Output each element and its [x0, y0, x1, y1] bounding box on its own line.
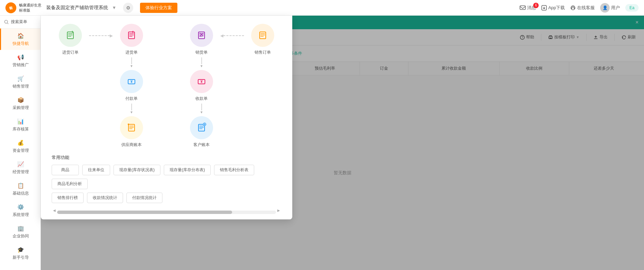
func-btn-goods[interactable]: 商品: [52, 165, 79, 175]
sidebar-item-label-beginner: 新手引导: [13, 255, 29, 260]
svg-rect-2: [520, 6, 525, 10]
flow-node-sales-order[interactable]: 销售订单: [244, 24, 281, 55]
inventory-icon: 📊: [17, 118, 24, 125]
sidebar-item-marketing[interactable]: 📢 营销推广: [0, 50, 40, 71]
app-download-button[interactable]: App下载: [541, 5, 565, 11]
arrow-down-sales: ▼: [183, 55, 220, 70]
svg-point-20: [257, 29, 269, 41]
search-menu-label: 搜索菜单: [11, 19, 27, 25]
sales-bill-label: 销货单: [195, 50, 208, 55]
user-avatar-button[interactable]: 👤 用户: [600, 3, 620, 13]
scroll-right-icon[interactable]: ▶: [276, 209, 281, 212]
supplier-account-icon: [120, 116, 143, 139]
sidebar-item-purchase[interactable]: 📦 采购管理: [0, 93, 40, 114]
logo-text: 畅康通好生意 标准版: [19, 3, 41, 13]
search-menu[interactable]: 搜索菜单: [0, 16, 40, 29]
svg-point-6: [574, 7, 575, 8]
flow-node-sales-bill[interactable]: 销货单: [183, 24, 220, 55]
sales-icon: 🛒: [17, 75, 24, 82]
sidebar-item-quick-nav[interactable]: 🏠 快捷导航: [0, 29, 40, 50]
top-header: 畅 畅康通好生意 标准版 装备及固定资产辅助管理系统 ▼ ⚙ 体验行业方案 消息…: [0, 0, 644, 16]
system-title-area: 装备及固定资产辅助管理系统 ▼ ⚙ 体验行业方案: [46, 3, 520, 13]
flow-node-purchase-order[interactable]: 进货订单: [52, 24, 89, 55]
sidebar-item-finance[interactable]: 💰 资金管理: [0, 136, 40, 157]
sidebar-item-beginner[interactable]: 🎓 新手引导: [0, 242, 40, 264]
flow-node-payment-bill[interactable]: ¥ 付款单: [113, 70, 150, 102]
system-icon: ⚙️: [17, 203, 24, 211]
func-btn-partner[interactable]: 往来单位: [82, 165, 110, 175]
flow-node-receipt-bill[interactable]: ¥ 收款单: [183, 70, 220, 102]
enterprise-icon: 🏢: [17, 224, 24, 232]
sales-bill-icon: [190, 24, 213, 47]
experience-button[interactable]: 体验行业方案: [140, 3, 177, 13]
customer-account-icon: [190, 116, 213, 139]
function-buttons-row1: 商品 往来单位 现存量(库存状况表) 现存量(库存分布表) 销售毛利分析表 商品…: [52, 165, 281, 189]
modal-scrollbar[interactable]: [57, 211, 276, 214]
purchase-order-icon: [59, 24, 82, 47]
func-btn-goods-profit[interactable]: 商品毛利分析: [52, 179, 88, 189]
header-right: 消息 6 App下载 在线客服 👤 用户 Ea: [520, 3, 639, 13]
func-btn-receipt-stat[interactable]: 收款情况统计: [87, 193, 123, 203]
sidebar-item-operations[interactable]: 📈 经营管理: [0, 157, 40, 178]
svg-point-28: [125, 122, 138, 134]
operations-icon: 📈: [17, 160, 24, 168]
svg-rect-30: [128, 124, 129, 125]
sidebar-item-system[interactable]: ⚙️ 系统管理: [0, 200, 40, 221]
sidebar-item-inventory[interactable]: 📊 库存核算: [0, 114, 40, 136]
sidebar-item-enterprise[interactable]: 🏢 企业协同: [0, 221, 40, 242]
arrow-purchase-to-bill: ▶: [89, 33, 113, 38]
func-btn-stock-status[interactable]: 现存量(库存状况表): [114, 165, 160, 175]
common-functions: 常用功能 商品 往来单位 现存量(库存状况表) 现存量(库存分布表) 销售毛利分…: [52, 155, 281, 203]
app-download-label: App下载: [548, 5, 565, 11]
scroll-left-icon[interactable]: ◀: [52, 209, 57, 212]
sales-order-label: 销售订单: [255, 50, 271, 55]
sidebar-item-label-purchase: 采购管理: [13, 105, 29, 111]
sidebar-item-label-finance: 资金管理: [13, 148, 29, 154]
quick-nav-modal: 进货订单 ▶: [41, 16, 292, 219]
modal-overlay[interactable]: 进货订单 ▶: [41, 16, 644, 270]
svg-point-7: [5, 20, 8, 23]
purchase-bill-icon: [120, 24, 143, 47]
arrow-order-to-bill: ◀: [220, 33, 244, 38]
message-button[interactable]: 消息 6: [520, 5, 536, 11]
ea-badge[interactable]: Ea: [625, 4, 639, 12]
sidebar-item-label-basic-info: 基础信息: [13, 191, 29, 196]
payment-bill-icon: ¥: [120, 70, 143, 93]
flow-node-purchase-bill[interactable]: 进货单: [113, 24, 150, 55]
basic-info-icon: 📋: [17, 182, 24, 189]
func-btn-sales-profit[interactable]: 销售毛利分析表: [214, 165, 254, 175]
scrollbar-thumb[interactable]: [57, 211, 232, 214]
svg-text:¥: ¥: [130, 79, 133, 84]
function-buttons-row2: 销售排行榜 收款情况统计 付款情况统计: [52, 193, 281, 203]
avatar: 👤: [600, 3, 610, 13]
marketing-icon: 📢: [17, 53, 24, 61]
modal-scrollbar-area: ◀ ▶: [52, 206, 281, 214]
flow-node-supplier-account[interactable]: 供应商账本: [113, 116, 150, 148]
sidebar-item-basic-info[interactable]: 📋 基础信息: [0, 178, 40, 200]
logo-area: 畅 畅康通好生意 标准版: [5, 2, 46, 13]
customer-account-label: 客户账本: [193, 142, 210, 148]
sidebar-item-label-sales: 销售管理: [13, 84, 29, 89]
func-btn-stock-dist[interactable]: 现存量(库存分布表): [164, 165, 211, 175]
sidebar-item-sales[interactable]: 🛒 销售管理: [0, 71, 40, 93]
logo-icon: 畅: [5, 2, 16, 13]
arrow-down-receipt: ▼: [183, 102, 220, 116]
sidebar-item-label-quick-nav: 快捷导航: [13, 41, 29, 47]
message-badge: 6: [533, 3, 539, 8]
sales-order-icon: [251, 24, 274, 47]
flow-node-customer-account[interactable]: 客户账本: [183, 116, 220, 148]
online-service-button[interactable]: 在线客服: [570, 5, 595, 11]
func-btn-sales-rank[interactable]: 销售排行榜: [52, 193, 84, 203]
sidebar-item-label-system: 系统管理: [13, 212, 29, 218]
beginner-icon: 🎓: [17, 246, 24, 253]
sidebar-item-label-enterprise: 企业协同: [13, 233, 29, 239]
online-service-label: 在线客服: [577, 5, 595, 11]
receipt-bill-label: 收款单: [195, 96, 208, 102]
arrow-down-purchase: ▼: [113, 55, 150, 70]
title-dropdown-icon[interactable]: ▼: [111, 4, 118, 11]
settings-icon[interactable]: ⚙: [123, 3, 133, 13]
func-btn-payment-stat[interactable]: 付款情况统计: [126, 193, 162, 203]
arrow-down-payment: ▼: [113, 102, 150, 116]
svg-text:¥: ¥: [201, 79, 203, 84]
supplier-account-label: 供应商账本: [121, 142, 142, 148]
